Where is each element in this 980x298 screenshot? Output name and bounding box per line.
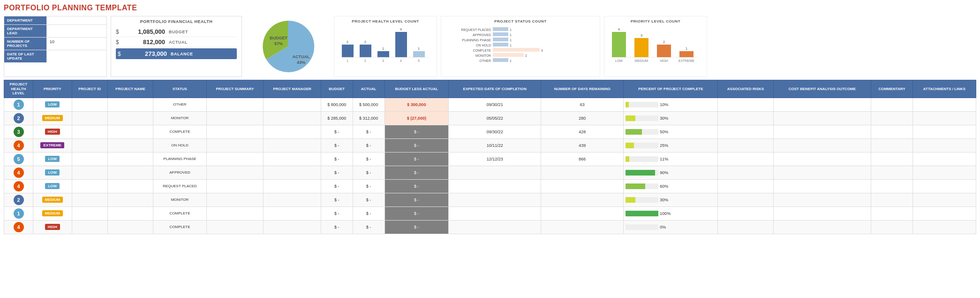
manager-cell[interactable] (264, 111, 321, 125)
summary-cell[interactable] (206, 111, 264, 125)
risks-cell[interactable] (718, 125, 773, 138)
risks-cell[interactable] (718, 166, 773, 179)
commentary-cell[interactable] (871, 138, 913, 152)
project-name-cell[interactable] (107, 220, 153, 234)
cost-benefit-cell[interactable] (773, 111, 871, 125)
attachments-cell[interactable] (913, 193, 976, 206)
attachments-cell[interactable] (913, 138, 976, 152)
risks-cell[interactable] (718, 138, 773, 152)
manager-cell[interactable] (264, 98, 321, 111)
last-update-value[interactable] (46, 50, 106, 62)
summary-cell[interactable] (206, 125, 264, 138)
project-name-cell[interactable] (107, 98, 153, 111)
department-label: DEPARTMENT (4, 16, 46, 24)
actual-dollar: $ (116, 39, 123, 46)
manager-cell[interactable] (264, 206, 321, 220)
project-name-cell[interactable] (107, 111, 153, 125)
project-id-cell[interactable] (72, 138, 107, 152)
commentary-cell[interactable] (871, 220, 913, 234)
summary-cell[interactable] (206, 138, 264, 152)
manager-cell[interactable] (264, 138, 321, 152)
project-name-cell[interactable] (107, 179, 153, 193)
cost-benefit-cell[interactable] (773, 152, 871, 166)
project-id-cell[interactable] (72, 206, 107, 220)
manager-cell[interactable] (264, 179, 321, 193)
num-projects-value[interactable]: 10 (46, 38, 106, 50)
actual-cell: $ - (353, 179, 384, 193)
budget-dollar: $ (116, 29, 123, 35)
project-name-cell[interactable] (107, 206, 153, 220)
risks-cell[interactable] (718, 98, 773, 111)
manager-cell[interactable] (264, 125, 321, 138)
summary-cell[interactable] (206, 179, 264, 193)
commentary-cell[interactable] (871, 179, 913, 193)
attachments-cell[interactable] (913, 179, 976, 193)
attachments-cell[interactable] (913, 125, 976, 138)
attachments-cell[interactable] (913, 98, 976, 111)
budget-less-actual-cell: $ - (384, 220, 449, 234)
attachments-cell[interactable] (913, 111, 976, 125)
percent-complete-cell: 50% (624, 125, 718, 138)
cost-benefit-cell[interactable] (773, 193, 871, 206)
project-name-cell[interactable] (107, 166, 153, 179)
project-id-cell[interactable] (72, 125, 107, 138)
project-name-cell[interactable] (107, 193, 153, 206)
manager-cell[interactable] (264, 193, 321, 206)
commentary-cell[interactable] (871, 193, 913, 206)
project-id-cell[interactable] (72, 220, 107, 234)
summary-cell[interactable] (206, 193, 264, 206)
manager-cell[interactable] (264, 220, 321, 234)
commentary-cell[interactable] (871, 206, 913, 220)
risks-cell[interactable] (718, 179, 773, 193)
summary-cell[interactable] (206, 98, 264, 111)
commentary-cell[interactable] (871, 98, 913, 111)
summary-cell[interactable] (206, 166, 264, 179)
expected-date-cell: 09/30/22 (449, 125, 541, 138)
actual-cell: $ - (353, 166, 384, 179)
status-val-5: 3 (541, 49, 543, 52)
commentary-cell[interactable] (871, 152, 913, 166)
th-manager: PROJECT MANAGER (264, 80, 321, 98)
project-name-cell[interactable] (107, 138, 153, 152)
project-name-cell[interactable] (107, 152, 153, 166)
cost-benefit-cell[interactable] (773, 206, 871, 220)
project-id-cell[interactable] (72, 179, 107, 193)
bar-xlabel-2: 2 (364, 59, 366, 62)
commentary-cell[interactable] (871, 166, 913, 179)
budget-pie-label: BUDGET (270, 36, 288, 40)
risks-cell[interactable] (718, 206, 773, 220)
manager-cell[interactable] (264, 152, 321, 166)
cost-benefit-cell[interactable] (773, 166, 871, 179)
department-value[interactable] (46, 16, 106, 24)
commentary-cell[interactable] (871, 111, 913, 125)
dept-lead-value[interactable] (46, 25, 106, 37)
cost-benefit-cell[interactable] (773, 138, 871, 152)
cost-benefit-cell[interactable] (773, 220, 871, 234)
cost-benefit-cell[interactable] (773, 179, 871, 193)
commentary-cell[interactable] (871, 125, 913, 138)
project-id-cell[interactable] (72, 166, 107, 179)
attachments-cell[interactable] (913, 152, 976, 166)
financial-panel: PORTFOLIO FINANCIAL HEALTH $ 1,085,000 B… (111, 16, 242, 77)
project-id-cell[interactable] (72, 98, 107, 111)
summary-cell[interactable] (206, 152, 264, 166)
attachments-cell[interactable] (913, 206, 976, 220)
risks-cell[interactable] (718, 193, 773, 206)
project-id-cell[interactable] (72, 111, 107, 125)
project-name-cell[interactable] (107, 125, 153, 138)
risks-cell[interactable] (718, 111, 773, 125)
manager-cell[interactable] (264, 166, 321, 179)
attachments-cell[interactable] (913, 166, 976, 179)
budget-cell: $ - (321, 193, 353, 206)
summary-cell[interactable] (206, 206, 264, 220)
project-id-cell[interactable] (72, 193, 107, 206)
table-row: 1LOWOTHER$ 800,000$ 500,000$ 300,00009/3… (4, 98, 976, 111)
risks-cell[interactable] (718, 152, 773, 166)
attachments-cell[interactable] (913, 220, 976, 234)
project-id-cell[interactable] (72, 152, 107, 166)
th-actual: ACTUAL (353, 80, 384, 98)
risks-cell[interactable] (718, 220, 773, 234)
cost-benefit-cell[interactable] (773, 98, 871, 111)
cost-benefit-cell[interactable] (773, 125, 871, 138)
summary-cell[interactable] (206, 220, 264, 234)
